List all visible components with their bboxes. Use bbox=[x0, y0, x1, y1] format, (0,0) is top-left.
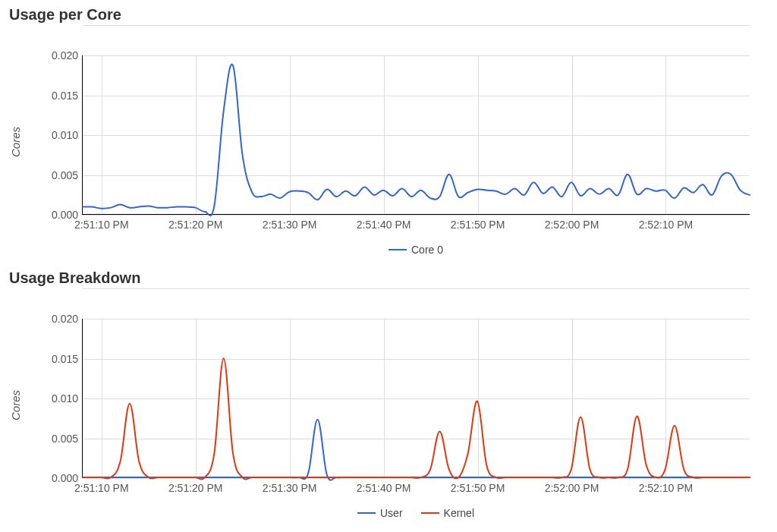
x-tick-label: 2:51:10 PM bbox=[74, 482, 129, 494]
y-tick-label: 0.005 bbox=[52, 169, 78, 181]
series-line-kernel bbox=[83, 358, 750, 479]
chart-title: Usage Breakdown bbox=[9, 269, 768, 287]
charts-container: Usage per CoreCores0.0000.0050.0100.0150… bbox=[9, 6, 768, 519]
x-tick-label: 2:51:20 PM bbox=[168, 219, 223, 231]
legend-item[interactable]: Core 0 bbox=[388, 244, 443, 256]
y-axis-label: Cores bbox=[9, 390, 22, 420]
legend-label: Core 0 bbox=[411, 244, 443, 256]
x-tick-label: 2:52:00 PM bbox=[545, 219, 599, 231]
x-tick-label: 2:51:30 PM bbox=[263, 219, 317, 231]
legend-swatch bbox=[388, 249, 407, 250]
grid-line-horizontal bbox=[83, 215, 750, 216]
x-tick-label: 2:52:10 PM bbox=[639, 482, 694, 494]
x-tick-label: 2:51:10 PM bbox=[74, 219, 129, 231]
y-tick-label: 0.010 bbox=[52, 129, 78, 141]
series-svg bbox=[83, 55, 750, 214]
y-tick-label: 0.015 bbox=[52, 353, 78, 365]
grid-line-horizontal bbox=[83, 288, 750, 289]
legend-swatch bbox=[421, 512, 439, 514]
usage-per-core: Usage per CoreCores0.0000.0050.0100.0150… bbox=[9, 6, 768, 256]
x-tick-label: 2:51:30 PM bbox=[263, 482, 317, 494]
x-tick-label: 2:52:00 PM bbox=[545, 482, 599, 494]
chart-frame: Cores0.0000.0050.0100.0150.0202:51:10 PM… bbox=[9, 28, 768, 256]
y-tick-label: 0.020 bbox=[52, 313, 78, 325]
legend-item[interactable]: Kernel bbox=[421, 507, 474, 519]
y-axis-label: Cores bbox=[9, 127, 22, 157]
chart-title: Usage per Core bbox=[9, 6, 768, 24]
legend: Core 0 bbox=[82, 244, 750, 256]
y-tick-label: 0.005 bbox=[52, 433, 78, 445]
plot-area[interactable]: 0.0000.0050.0100.0150.0202:51:10 PM2:51:… bbox=[82, 319, 750, 478]
legend-label: User bbox=[380, 507, 403, 519]
x-tick-label: 2:51:50 PM bbox=[451, 219, 505, 231]
legend-swatch bbox=[357, 512, 376, 514]
x-tick-label: 2:51:20 PM bbox=[168, 482, 223, 494]
series-line-user bbox=[83, 420, 750, 480]
y-tick-label: 0.010 bbox=[52, 392, 78, 405]
series-svg bbox=[83, 319, 750, 477]
legend-item[interactable]: User bbox=[357, 507, 403, 519]
y-tick-label: 0.020 bbox=[52, 49, 78, 61]
legend-label: Kernel bbox=[444, 507, 474, 519]
grid-line-horizontal bbox=[83, 25, 750, 26]
x-tick-label: 2:52:10 PM bbox=[639, 219, 694, 231]
chart-frame: Cores0.0000.0050.0100.0150.0202:51:10 PM… bbox=[9, 291, 768, 519]
y-tick-label: 0.015 bbox=[52, 90, 78, 102]
plot-area[interactable]: 0.0000.0050.0100.0150.0202:51:10 PM2:51:… bbox=[82, 55, 750, 215]
x-tick-label: 2:51:40 PM bbox=[357, 219, 411, 231]
series-line-core-0 bbox=[83, 65, 750, 216]
legend: UserKernel bbox=[82, 507, 750, 519]
x-tick-label: 2:51:50 PM bbox=[451, 482, 505, 494]
x-tick-label: 2:51:40 PM bbox=[357, 482, 411, 494]
usage-breakdown: Usage BreakdownCores0.0000.0050.0100.015… bbox=[9, 269, 768, 519]
